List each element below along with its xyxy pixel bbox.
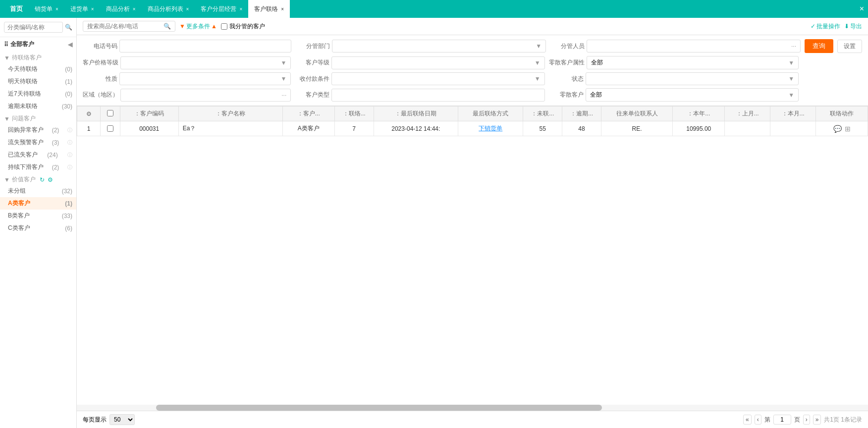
sidebar-item-tomorrow[interactable]: 明天待联络 (1) xyxy=(0,75,76,88)
price-level-select[interactable]: ▼ xyxy=(120,56,291,69)
th-code[interactable]: ：客户编码 xyxy=(120,107,178,121)
first-page-button[interactable]: « xyxy=(743,415,752,425)
group-pending-label[interactable]: ▼ 待联络客户 xyxy=(0,52,76,63)
region-input[interactable]: ··· xyxy=(120,89,291,102)
close-product-analysis-list-icon[interactable]: × xyxy=(186,6,189,12)
sidebar-item-unclassified[interactable]: 未分组 (32) xyxy=(0,185,76,197)
th-uncontacted[interactable]: ：未联... xyxy=(523,107,562,121)
manager-input[interactable]: ··· xyxy=(587,40,801,53)
th-this-year[interactable]: ：本年... xyxy=(673,107,725,121)
grid-action-icon[interactable]: ⊞ xyxy=(845,125,851,133)
th-type[interactable]: ：客户... xyxy=(282,107,334,121)
row-checkbox[interactable] xyxy=(107,125,113,132)
th-last-date[interactable]: ：最后联络日期 xyxy=(374,107,458,121)
page-size-select[interactable]: 20 50 100 200 xyxy=(109,414,135,425)
filter-phone: 电话号码 xyxy=(83,40,291,53)
close-customer-contact-icon[interactable]: × xyxy=(281,6,284,12)
sidebar-item-churn-warning[interactable]: 流失预警客户 (3) ⓘ xyxy=(0,136,76,149)
nav-customer-layer[interactable]: 客户分层经营 × xyxy=(195,0,248,18)
prev-page-button[interactable]: ‹ xyxy=(755,415,761,425)
nav-sales[interactable]: 销货单 × xyxy=(29,0,64,18)
dept-select[interactable]: ▼ xyxy=(332,40,546,53)
nav-product-analysis[interactable]: 商品分析 × xyxy=(100,0,142,18)
close-customer-layer-icon[interactable]: × xyxy=(239,6,242,12)
row-code: 000031 xyxy=(120,121,178,136)
select-all-checkbox[interactable] xyxy=(107,110,113,116)
scrollbar-thumb[interactable] xyxy=(156,405,602,411)
th-overdue[interactable]: ：逾期... xyxy=(562,107,601,121)
nature-select[interactable]: ▼ xyxy=(119,72,291,85)
row-action: 💬 ⊞ xyxy=(816,121,868,136)
th-contact-count[interactable]: ：联络... xyxy=(334,107,374,121)
price-level-arrow-icon: ▼ xyxy=(280,59,286,66)
my-customers-checkbox[interactable]: 我分管的客户 xyxy=(221,22,265,31)
query-button[interactable]: 查询 xyxy=(805,39,833,53)
nav-purchase[interactable]: 进货单 × xyxy=(64,0,100,18)
filter-row-4: 区域（地区） ··· 客户类型 零散客户 全部 ▼ xyxy=(83,88,862,102)
sidebar-item-declining[interactable]: 持续下滑客户 (2) ⓘ xyxy=(0,161,76,173)
group-value-label[interactable]: ▼ 价值客户 ↻ ⚙ xyxy=(0,173,76,185)
horizontal-scrollbar[interactable] xyxy=(77,405,868,411)
payment-arrow-icon: ▼ xyxy=(535,75,541,82)
chat-action-icon[interactable]: 💬 xyxy=(833,125,842,133)
close-purchase-icon[interactable]: × xyxy=(91,6,94,12)
last-method-link[interactable]: 下销货单 xyxy=(479,125,502,132)
row-index: 1 xyxy=(77,121,101,136)
page-size-area: 每页显示 20 50 100 200 xyxy=(83,414,135,425)
row-last-method[interactable]: 下销货单 xyxy=(458,121,523,136)
customer-type-input[interactable] xyxy=(331,89,544,102)
sidebar-search-icon[interactable]: 🔍 xyxy=(65,24,72,31)
filter-search-box: 🔍 xyxy=(83,21,175,32)
sidebar-search-input[interactable] xyxy=(4,22,63,33)
filter-more-button[interactable]: ▼ 更多条件 ▲ xyxy=(179,22,217,31)
row-name[interactable]: Ea？ xyxy=(178,121,282,136)
close-all-button[interactable]: × xyxy=(860,4,864,13)
filter-search-input[interactable] xyxy=(87,23,162,30)
row-uncontacted: 55 xyxy=(523,121,562,136)
settings-button[interactable]: 设置 xyxy=(837,40,862,53)
row-contact-count: 7 xyxy=(334,121,374,136)
sidebar-item-today[interactable]: 今天待联络 (0) xyxy=(0,63,76,75)
retail-customer-select[interactable]: 全部 ▼ xyxy=(586,88,799,102)
refresh-icon[interactable]: ↻ xyxy=(40,176,45,183)
export-button[interactable]: ⬇ 导出 xyxy=(844,22,862,31)
customer-level-arrow-icon: ▼ xyxy=(535,59,541,66)
batch-operation-button[interactable]: ✓ 批量操作 xyxy=(811,22,840,31)
nav-home[interactable]: 首页 xyxy=(4,0,29,18)
retail-attr-select[interactable]: 全部 ▼ xyxy=(587,56,799,69)
sidebar-all-customers[interactable]: ⠿ 全部客户 ◀ xyxy=(0,37,76,52)
th-this-month[interactable]: ：本月... xyxy=(770,107,816,121)
customer-level-select[interactable]: ▼ xyxy=(331,56,544,69)
th-settings[interactable]: ⚙ xyxy=(77,107,101,121)
th-last-month[interactable]: ：上月... xyxy=(725,107,770,121)
th-name[interactable]: ：客户名称 xyxy=(178,107,282,121)
close-product-analysis-icon[interactable]: × xyxy=(133,6,136,12)
phone-input[interactable] xyxy=(119,40,291,53)
sidebar-item-7days[interactable]: 近7天待联络 (0) xyxy=(0,88,76,100)
sidebar-item-overdue[interactable]: 逾期未联络 (30) xyxy=(0,100,76,112)
last-page-button[interactable]: » xyxy=(813,415,821,425)
sidebar-item-repurchase-abnormal[interactable]: 回购异常客户 (2) ⓘ xyxy=(0,124,76,136)
info-icon-2: ⓘ xyxy=(67,139,72,146)
settings-small-icon[interactable]: ⚙ xyxy=(48,176,53,183)
nav-customer-contact[interactable]: 客户联络 × xyxy=(248,0,290,18)
th-checkbox[interactable] xyxy=(101,107,120,121)
status-select[interactable]: ▼ xyxy=(586,72,799,85)
pagination: « ‹ 第 页 › » 共1页 1条记录 xyxy=(743,415,862,425)
sidebar-item-class-a[interactable]: A类客户 (1) xyxy=(0,197,76,210)
group-problem-label[interactable]: ▼ 问题客户 xyxy=(0,112,76,124)
nav-product-analysis-list[interactable]: 商品分析列表 × xyxy=(142,0,195,18)
filter-search-icon[interactable]: 🔍 xyxy=(163,23,171,30)
collapse-icon[interactable]: ◀ xyxy=(68,41,72,48)
table-row: 1 000031 Ea？ A类客户 7 2023-04-12 14:44: 下销 xyxy=(77,121,868,136)
next-page-button[interactable]: › xyxy=(803,415,810,425)
page-number-input[interactable] xyxy=(773,415,791,425)
sidebar-search-area: 🔍 xyxy=(0,18,76,37)
sidebar-item-class-b[interactable]: B类客户 (33) xyxy=(0,210,76,222)
close-sales-icon[interactable]: × xyxy=(55,6,58,12)
payment-select[interactable]: ▼ xyxy=(331,72,544,85)
my-customers-check[interactable] xyxy=(221,23,227,30)
sidebar-item-churned[interactable]: 已流失客户 (24) ⓘ xyxy=(0,149,76,161)
sidebar-item-class-c[interactable]: C类客户 (6) xyxy=(0,222,76,234)
filter-retail-attr: 零散客户属性 全部 ▼ xyxy=(549,56,799,69)
